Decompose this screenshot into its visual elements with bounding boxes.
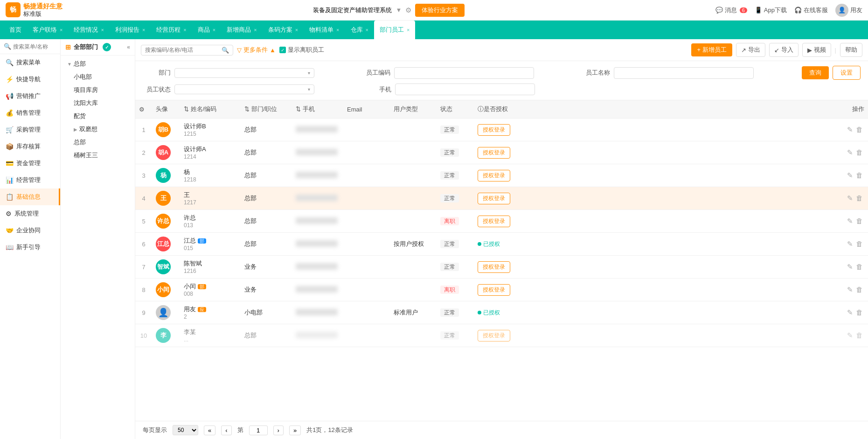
nav-customer[interactable]: 客户联络 ×	[27, 21, 68, 39]
sidebar-item-marketing[interactable]: 📢 营销推广	[0, 88, 60, 105]
prev-page-btn[interactable]: ‹	[221, 425, 231, 435]
auth-login-button[interactable]: 授权登录	[478, 147, 510, 159]
search-input[interactable]	[145, 47, 220, 53]
auth-login-button[interactable]: 授权登录	[478, 216, 510, 227]
close-icon[interactable]: ×	[366, 27, 368, 33]
dept-node-peihuo[interactable]: 配货	[61, 110, 135, 123]
show-leave-toggle[interactable]: ✓ 显示离职员工	[279, 46, 324, 54]
close-icon[interactable]: ×	[254, 27, 257, 33]
edit-button[interactable]: ✎	[846, 263, 854, 271]
edit-button[interactable]: ✎	[846, 171, 854, 179]
nav-process[interactable]: 经营历程 ×	[151, 21, 192, 39]
close-icon[interactable]: ×	[295, 27, 298, 33]
nav-warehouse[interactable]: 仓库 ×	[345, 21, 374, 39]
empstatus-filter-select[interactable]: ▾	[174, 84, 314, 94]
dept-node-xiaodian[interactable]: 小电部	[61, 70, 135, 84]
close-icon[interactable]: ×	[336, 27, 339, 33]
sidebar-item-base[interactable]: 📋 基础信息	[0, 188, 60, 205]
query-button[interactable]: 查询	[802, 66, 829, 79]
page-number-input[interactable]	[249, 425, 268, 435]
delete-button[interactable]: 🗑	[854, 286, 864, 293]
dept-node-root[interactable]: ▼ 总部	[61, 57, 135, 70]
delete-button[interactable]: 🗑	[854, 331, 864, 339]
delete-button[interactable]: 🗑	[854, 171, 864, 179]
auth-login-button[interactable]: 授权登录	[478, 330, 510, 341]
import-button[interactable]: ↙ 导入	[769, 43, 799, 57]
delete-button[interactable]: 🗑	[854, 194, 864, 202]
first-page-btn[interactable]: «	[204, 425, 215, 435]
view-button[interactable]: ▶ 视频	[802, 43, 831, 57]
page-size-select[interactable]: 20 50 100	[173, 425, 198, 435]
nav-bom[interactable]: 物料清单 ×	[304, 21, 345, 39]
close-icon[interactable]: ×	[142, 27, 145, 33]
col-name[interactable]: ⇅ 姓名/编码	[180, 100, 241, 118]
sidebar-item-system[interactable]: ⚙ 系统管理	[0, 205, 60, 222]
nav-employees[interactable]: 部门员工 ×	[374, 21, 415, 39]
nav-operation[interactable]: 经营情况 ×	[68, 21, 109, 39]
sidebar-search-input[interactable]	[13, 43, 61, 50]
sidebar-item-collab[interactable]: 🤝 企业协同	[0, 222, 60, 239]
close-icon[interactable]: ×	[407, 27, 410, 33]
dept-collapse-btn[interactable]: «	[127, 44, 130, 50]
dept-node-tongshu[interactable]: 桶树王三	[61, 149, 135, 162]
delete-button[interactable]: 🗑	[854, 125, 864, 133]
delete-button[interactable]: 🗑	[854, 263, 864, 271]
delete-button[interactable]: 🗑	[854, 308, 864, 316]
sidebar-item-sales[interactable]: 💰 销售管理	[0, 105, 60, 121]
sidebar-item-management[interactable]: 📊 经营管理	[0, 172, 60, 188]
trial-button[interactable]: 体验行业方案	[415, 4, 465, 17]
online-service-btn[interactable]: 🎧 在线客服	[794, 6, 828, 14]
export-button[interactable]: ↗ 导出	[736, 43, 765, 57]
more-filter-btn[interactable]: ▽ 更多条件 ▲	[237, 46, 276, 54]
nav-home[interactable]: 首页	[4, 21, 27, 39]
edit-button[interactable]: ✎	[846, 217, 854, 225]
delete-button[interactable]: 🗑	[854, 148, 864, 156]
dept-node-shuangmo[interactable]: ▶ 双磨想	[61, 123, 135, 136]
sidebar-item-finance[interactable]: 💳 资金管理	[0, 155, 60, 172]
auth-login-button[interactable]: 授权登录	[478, 124, 510, 136]
col-dept[interactable]: ⇅ 部门/职位	[241, 100, 292, 118]
help-button[interactable]: 帮助	[840, 43, 862, 57]
dept-node-shenyang[interactable]: 沈阳大库	[61, 97, 135, 110]
auth-login-button[interactable]: 授权登录	[478, 284, 510, 296]
sidebar-item-search[interactable]: 🔍 搜索菜单	[0, 54, 60, 71]
nav-expand-icon[interactable]: ▼	[396, 7, 402, 14]
col-settings[interactable]: ⚙	[135, 100, 152, 118]
col-phone[interactable]: ⇅ 手机	[292, 100, 343, 118]
settings-gear-icon[interactable]: ⚙	[405, 6, 411, 14]
sidebar-item-guide[interactable]: 📖 新手引导	[0, 239, 60, 256]
dept-node-project[interactable]: 项目库房	[61, 84, 135, 97]
nav-profit[interactable]: 利润报告 ×	[110, 21, 151, 39]
auth-login-button[interactable]: 授权登录	[478, 261, 510, 273]
close-icon[interactable]: ×	[101, 27, 104, 33]
nav-goods[interactable]: 商品 ×	[192, 21, 221, 39]
app-download-btn[interactable]: 📱 App下载	[755, 6, 787, 14]
nav-barcode[interactable]: 条码方案 ×	[263, 21, 304, 39]
edit-button[interactable]: ✎	[846, 194, 854, 202]
add-employee-button[interactable]: + 新增员工	[691, 43, 732, 56]
edit-button[interactable]: ✎	[846, 240, 854, 248]
delete-button[interactable]: 🗑	[854, 217, 864, 225]
empname-filter-input[interactable]	[614, 67, 754, 79]
sidebar-item-quicknav[interactable]: ⚡ 快捷导航	[0, 71, 60, 88]
settings-button[interactable]: 设置	[833, 66, 861, 80]
nav-add-goods[interactable]: 新增商品 ×	[221, 21, 262, 39]
edit-button[interactable]: ✎	[846, 286, 854, 293]
sidebar-item-purchase[interactable]: 🛒 采购管理	[0, 121, 60, 138]
close-icon[interactable]: ×	[183, 27, 186, 33]
close-icon[interactable]: ×	[60, 27, 62, 33]
edit-button[interactable]: ✎	[846, 125, 854, 133]
edit-button[interactable]: ✎	[846, 308, 854, 316]
auth-login-button[interactable]: 授权登录	[478, 170, 510, 181]
dept-node-zongbu[interactable]: 总部	[61, 136, 135, 149]
auth-login-button[interactable]: 授权登录	[478, 193, 510, 204]
edit-button[interactable]: ✎	[846, 148, 854, 156]
edit-button[interactable]: ✎	[846, 331, 854, 339]
next-page-btn[interactable]: ›	[273, 425, 284, 435]
phone-filter-input[interactable]	[395, 84, 535, 95]
user-avatar[interactable]: 👤 用友	[835, 4, 862, 17]
close-icon[interactable]: ×	[213, 27, 215, 33]
message-btn[interactable]: 💬 消息 6	[715, 6, 747, 14]
dept-filter-select[interactable]: ▾	[174, 68, 314, 78]
empcode-filter-input[interactable]	[394, 67, 534, 79]
